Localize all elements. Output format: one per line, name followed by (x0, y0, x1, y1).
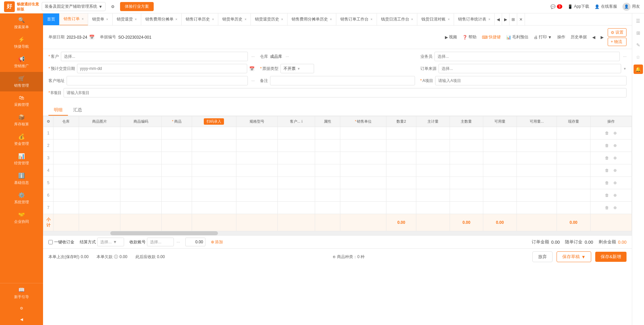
tab-close-all-btn[interactable]: ✕ (517, 13, 525, 26)
delivery-calendar-icon[interactable]: 📅 (249, 66, 255, 71)
close-icon[interactable]: × (212, 17, 214, 21)
copy-icon[interactable]: ⊕ (612, 179, 618, 186)
close-icon[interactable]: × (411, 17, 413, 21)
tab-sales-return[interactable]: 销货退货 × (113, 13, 141, 26)
order-source-input[interactable] (439, 64, 621, 73)
copy-icon[interactable]: ⊕ (612, 167, 618, 174)
tab-detail[interactable]: 明细 (48, 105, 68, 116)
sidebar-item-system[interactable]: ⚙️ 系统管理 (0, 189, 43, 208)
col-scan[interactable]: 扫码录入 (192, 116, 236, 127)
close-icon[interactable]: × (448, 17, 450, 21)
operations-btn[interactable]: 操作 (556, 34, 567, 41)
close-icon[interactable]: × (106, 17, 108, 21)
sidebar-item-finance[interactable]: 💰 资金管理 (0, 130, 43, 150)
tab-expense-history[interactable]: 销售费用分摊单历史 × (288, 13, 336, 26)
customer-input[interactable] (61, 52, 248, 61)
right-icon-list[interactable]: ☰ (634, 16, 643, 26)
delete-icon[interactable]: 🗑 (604, 179, 610, 186)
tab-next-btn[interactable]: ▶ (502, 13, 509, 26)
table-scroll[interactable]: ⚙ 仓库 商品图片 商品编码 商品 扫码录入 规格型号 客户... (43, 116, 632, 231)
sidebar-collapse-btn[interactable]: ◀ (0, 314, 43, 325)
tab-expand-btn[interactable]: ⊞ (509, 13, 517, 26)
right-icon-grid[interactable]: ⊞ (634, 28, 643, 38)
tab-home[interactable]: 首页 (43, 13, 60, 26)
amount-input[interactable] (185, 238, 205, 246)
sidebar-item-inventory[interactable]: 📦 库存核算 (0, 111, 43, 130)
payment-select[interactable]: 选择... ▼ (97, 238, 124, 246)
online-service-item[interactable]: 👤 在线客服 (595, 4, 617, 9)
settings-icon-top[interactable]: ⚙ (108, 3, 117, 10)
address-input[interactable] (67, 76, 248, 85)
save-draft-button[interactable]: 保存草稿 ▼ (557, 251, 591, 262)
close-icon[interactable]: × (371, 17, 373, 21)
tab-cash-reconcile[interactable]: 钱货日清对账 × (417, 13, 454, 26)
invoice-type-select[interactable]: 不开票 ▼ (280, 64, 314, 73)
a-project-input[interactable] (435, 76, 627, 85)
settings-btn[interactable]: ⚙ 设置 (608, 28, 627, 37)
tab-sales-return-history[interactable]: 销货退货历史 × (251, 13, 288, 26)
col-settings[interactable]: ⚙ (43, 116, 53, 127)
user-area[interactable]: 👤 用友 (622, 3, 640, 11)
sidebar-item-guide[interactable]: 📖 新手引导 (0, 283, 43, 303)
tab-sales-slip[interactable]: 销货单 × (88, 13, 113, 26)
staff-more-icon[interactable]: ··· (623, 54, 627, 59)
tab-sales-slip-history[interactable]: 销货单历史 × (218, 13, 251, 26)
nav-next-btn[interactable]: ▶ (599, 34, 605, 40)
save-new-button[interactable]: 保存&新增 (595, 252, 627, 262)
copy-icon[interactable]: ⊕ (612, 155, 618, 161)
close-icon[interactable]: × (82, 17, 84, 21)
delete-icon[interactable]: 🗑 (604, 155, 610, 161)
tab-cash-workbench[interactable]: 钱货日清工作台 × (377, 13, 418, 26)
sidebar-item-nav[interactable]: ⚡ 快捷导航 (0, 33, 43, 52)
horizontal-scrollbar[interactable] (43, 231, 632, 235)
quick-order-checkbox[interactable]: 一键收订金 (48, 239, 74, 245)
tab-sales-workbench[interactable]: 销售订单工作台 × (336, 13, 377, 26)
close-icon[interactable]: × (281, 17, 283, 21)
account-select[interactable]: 选择... (147, 238, 174, 246)
tab-sales-order-history[interactable]: 销售订单历史 × (182, 13, 218, 26)
history-btn[interactable]: 历史单据 (569, 34, 588, 41)
tab-sales-stats[interactable]: 销售订单统计表 × (454, 13, 495, 26)
view-btn[interactable]: ▶ 视频 (444, 34, 458, 41)
sidebar-item-marketing[interactable]: 📢 营销推广 (0, 52, 43, 72)
tab-sales-order[interactable]: 销售订单 × (60, 13, 88, 26)
add-material-btn[interactable]: + 物流 (608, 38, 627, 46)
b-project-input[interactable] (64, 88, 627, 97)
close-icon[interactable]: × (176, 17, 178, 21)
sidebar-item-search[interactable]: 🔍 搜索菜单 (0, 13, 43, 33)
message-icon-area[interactable]: 💬 9 (551, 4, 562, 9)
print-btn[interactable]: 🖨 打印 ▼ (532, 34, 553, 41)
quick-order-check[interactable] (48, 240, 53, 244)
warehouse-more-icon[interactable]: ··· (286, 54, 289, 59)
account-more-icon[interactable]: ··· (177, 240, 180, 244)
copy-icon[interactable]: ⊕ (612, 142, 618, 149)
copy-icon[interactable]: ⊕ (612, 204, 618, 211)
help-btn[interactable]: ❓ 帮助 (461, 34, 478, 41)
right-icon-notification[interactable]: 🔔 (634, 65, 643, 74)
app-download-item[interactable]: 📱 App下载 (568, 4, 589, 9)
tab-sales-expense[interactable]: 销售费用分摊单 × (141, 13, 182, 26)
copy-icon[interactable]: ⊕ (612, 192, 618, 199)
close-icon[interactable]: × (135, 17, 137, 21)
sidebar-settings-btn[interactable]: ⚙ (0, 303, 43, 314)
close-icon[interactable]: × (244, 17, 247, 21)
close-icon[interactable]: × (488, 17, 490, 21)
staff-input[interactable] (434, 52, 620, 61)
delete-icon[interactable]: 🗑 (604, 130, 610, 136)
sidebar-item-cooperation[interactable]: 🤝 企业协同 (0, 208, 43, 228)
scan-button[interactable]: 扫码录入 (204, 118, 224, 125)
system-selector[interactable]: 装备及固定资产辅助管理系统 ▼ (42, 2, 106, 11)
right-icon-star[interactable]: ☆ (634, 52, 643, 62)
customer-more-icon[interactable]: ··· (251, 54, 255, 59)
sidebar-item-management[interactable]: 📊 经营管理 (0, 150, 43, 169)
delete-icon[interactable]: 🗑 (604, 142, 610, 149)
remarks-input[interactable] (270, 76, 415, 85)
right-icon-edit[interactable]: ✎ (634, 40, 643, 50)
calendar-icon[interactable]: 📅 (89, 35, 94, 40)
delete-icon[interactable]: 🗑 (604, 192, 610, 199)
add-btn[interactable]: ⊕ 添加 (211, 239, 223, 245)
sidebar-item-basic[interactable]: ℹ️ 基础信息 (0, 169, 43, 189)
address-more-icon[interactable]: ··· (251, 78, 255, 83)
discard-button[interactable]: 放弃 (532, 251, 553, 262)
delete-icon[interactable]: 🗑 (604, 204, 610, 211)
